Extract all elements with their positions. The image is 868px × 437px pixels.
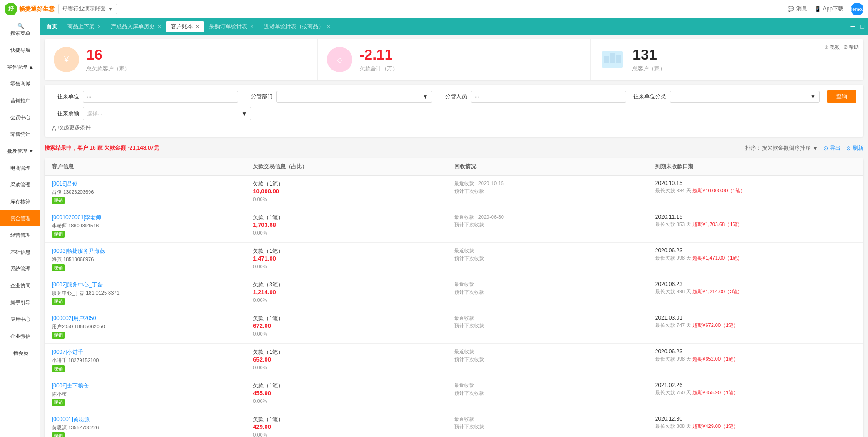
sidebar-item-marketing[interactable]: 营销推广	[0, 92, 40, 109]
repay-next-5: 预计下次收款	[454, 322, 655, 329]
sidebar-item-enterprise[interactable]: 企业协同	[0, 277, 40, 294]
filter-row-2: 往来余额 选择... ▼	[52, 107, 856, 120]
sidebar-item-ecommerce[interactable]: 电商管理	[0, 159, 40, 176]
tab-minimize-icon[interactable]: ─	[849, 22, 857, 31]
video-btn[interactable]: ⊙ 视频	[824, 44, 840, 50]
overdue-link-7[interactable]: 超期¥455.90（1笔）	[692, 390, 738, 395]
stat-card-actions: ⊙ 视频 ⊘ 帮助	[824, 44, 859, 50]
sidebar-item-retail-mgmt[interactable]: 零售管理 ▲	[0, 58, 40, 75]
customer-code-5[interactable]: [000002]用户2050	[52, 315, 96, 321]
refresh-label: 刷新	[853, 144, 863, 152]
overdue-link-8[interactable]: 超期¥429.00（1笔）	[692, 423, 738, 429]
sidebar-item-app-center[interactable]: 应用中心	[0, 311, 40, 327]
company-name: 母婴行业演示账套	[62, 5, 106, 13]
svg-rect-7	[616, 55, 621, 63]
user-menu[interactable]: demo2	[851, 3, 863, 15]
repay-next-3: 预计下次收款	[454, 255, 655, 262]
customer-code-7[interactable]: [0006]去下粮仓	[52, 382, 89, 389]
sidebar-item-operations[interactable]: 经营管理	[0, 226, 40, 243]
debt-count-7: 欠款（1笔）	[253, 382, 454, 390]
dept-arrow-icon: ▼	[423, 94, 428, 100]
sidebar-item-vip[interactable]: 畅会员	[0, 344, 40, 361]
tab-purchase-order-close-icon[interactable]: ✕	[250, 24, 254, 29]
customer-info-6: [0007]小进千 小进千 18279152100 现销	[52, 348, 253, 372]
sidebar-item-system[interactable]: 系统管理	[0, 260, 40, 277]
stat-icon-total-customers	[600, 47, 625, 72]
sidebar-item-wechat[interactable]: 企业微信	[0, 327, 40, 344]
tab-production-history-close-icon[interactable]: ✕	[157, 24, 161, 29]
unit-category-select[interactable]: ▼	[670, 91, 820, 103]
sidebar-ecommerce-label: 电商管理	[3, 165, 38, 171]
export-button[interactable]: ⊙ 导出	[823, 144, 841, 152]
customer-code-3[interactable]: [0003]畅捷服务尹海蕊	[52, 248, 105, 254]
overdue-link-6[interactable]: 超期¥652.00（1笔）	[692, 356, 738, 362]
sidebar-item-purchase[interactable]: 采购管理	[0, 176, 40, 193]
dept-select[interactable]: ▼	[276, 91, 432, 103]
debt-amount-4[interactable]: 1,214.00	[253, 289, 454, 296]
customer-code-6[interactable]: [0007]小进千	[52, 349, 83, 355]
unit-category-label: 往来单位分类	[633, 93, 666, 100]
overdue-link-3[interactable]: 超期¥1,471.00（1笔）	[692, 255, 743, 261]
sidebar-item-finance[interactable]: 资金管理	[0, 210, 40, 226]
production-history-tab-label: 产成品入库单历史	[111, 23, 155, 30]
debt-amount-6[interactable]: 652.00	[253, 356, 454, 363]
tab-production-history[interactable]: 产成品入库单历史 ✕	[106, 21, 166, 32]
sidebar-enterprise-label: 企业协同	[3, 282, 38, 289]
stat-card-total-customers: 131 总客户（家） ⊙ 视频 ⊘ 帮助	[591, 39, 863, 80]
sidebar-item-quick-nav[interactable]: 快捷导航	[0, 41, 40, 58]
tab-products-close-icon[interactable]: ✕	[97, 24, 101, 29]
sidebar-item-members[interactable]: 会员中心	[0, 109, 40, 126]
balance-select[interactable]: 选择... ▼	[83, 107, 251, 120]
overdue-info-4: 2020.06.23 最长欠款 998 天 超期¥1,214.00（3笔）	[655, 281, 856, 295]
sidebar-item-retail-stats[interactable]: 零售统计	[0, 126, 40, 142]
sidebar-item-newbie[interactable]: 新手引导	[0, 294, 40, 311]
debt-amount-8[interactable]: 429.00	[253, 423, 454, 430]
tab-inbound-stats-close-icon[interactable]: ✕	[326, 24, 330, 29]
customer-code-4[interactable]: [0002]服务中心_丁磊	[52, 281, 103, 288]
manager-input[interactable]: ···	[471, 91, 626, 103]
debt-amount-3[interactable]: 1,471.00	[253, 255, 454, 262]
tab-bar-actions: ─ □	[849, 22, 866, 31]
overdue-link-4[interactable]: 超期¥1,214.00（3笔）	[692, 289, 743, 294]
sidebar-item-basic-info[interactable]: 基础信息	[0, 243, 40, 260]
debt-percent-6: 0.00%	[253, 365, 454, 370]
sidebar-item-inventory[interactable]: 库存核算	[0, 193, 40, 210]
debt-amount-7[interactable]: 455.90	[253, 390, 454, 397]
debt-amount-5[interactable]: 672.00	[253, 322, 454, 329]
sidebar-item-batch-mgmt[interactable]: 批发管理 ▼	[0, 142, 40, 159]
repay-next-4: 预计下次收款	[454, 289, 655, 296]
sidebar-item-search[interactable]: 🔍 搜索菜单	[0, 18, 40, 41]
result-debt-label: 欠款金额	[104, 145, 126, 151]
messages-btn[interactable]: 💬 消息	[788, 5, 807, 13]
customer-code-1[interactable]: [0016]吕俊	[52, 181, 78, 187]
table-row: [0016]吕俊 吕俊 13026203696 现销 欠款（1笔） 10,000…	[45, 176, 863, 209]
tab-inbound-stats[interactable]: 进货单统计表（按商品） ✕	[259, 21, 335, 32]
tab-customer-account-close-icon[interactable]: ✕	[196, 24, 199, 29]
overdue-date-2: 2020.11.15	[655, 214, 856, 220]
sidebar-item-retail-mall[interactable]: 零售商城	[0, 75, 40, 92]
tab-customer-account[interactable]: 客户账本 ✕	[166, 21, 204, 32]
collapse-button[interactable]: ⋀ 收起更多条件	[52, 124, 856, 131]
debt-count-5: 欠款（1笔）	[253, 315, 454, 322]
tab-maximize-icon[interactable]: □	[859, 22, 866, 31]
search-button[interactable]: 查询	[827, 90, 856, 103]
sort-button[interactable]: 排序：按欠款金额倒序排序 ▼	[745, 144, 818, 152]
customer-code-2[interactable]: [0001020001]李老师	[52, 214, 101, 221]
tab-products[interactable]: 商品上下架 ✕	[63, 21, 105, 32]
help-btn[interactable]: ⊘ 帮助	[843, 44, 859, 50]
overdue-link-1[interactable]: 超期¥10,000.00（1笔）	[692, 188, 745, 193]
table-row: [0001020001]李老师 李老师 18600391516 现销 欠款（1笔…	[45, 209, 863, 243]
svg-text:¥: ¥	[64, 55, 69, 64]
debt-amount-2[interactable]: 1,703.68	[253, 221, 454, 228]
app-download-btn[interactable]: 📱 App下载	[814, 5, 843, 13]
source-unit-input[interactable]: ···	[83, 91, 238, 103]
tab-home[interactable]: 首页	[42, 21, 62, 32]
refresh-button[interactable]: ⊙ 刷新	[846, 144, 863, 152]
customer-code-8[interactable]: [000001]黄思源	[52, 416, 90, 422]
overdue-link-2[interactable]: 超期¥1,703.68（1笔）	[692, 221, 743, 227]
overdue-link-5[interactable]: 超期¥672.00（1笔）	[692, 322, 738, 328]
tab-purchase-order[interactable]: 采购订单统计表 ✕	[205, 21, 258, 32]
overdue-info-6: 2020.06.23 最长欠款 998 天 超期¥652.00（1笔）	[655, 348, 856, 362]
company-selector[interactable]: 母婴行业演示账套 ▼	[58, 4, 117, 14]
debt-amount-1[interactable]: 10,000.00	[253, 188, 454, 195]
